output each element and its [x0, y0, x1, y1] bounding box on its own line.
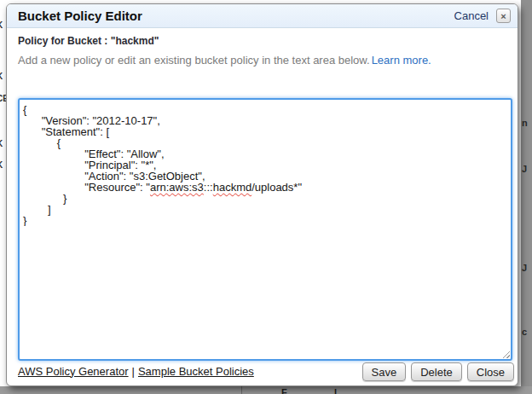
description-text: Add a new policy or edit an existing buc… — [18, 54, 506, 67]
policy-line: "Statement": [ — [23, 126, 511, 137]
footer-links: AWS Policy Generator|Sample Bucket Polic… — [18, 365, 254, 380]
background-table-divider — [241, 386, 242, 394]
close-icon[interactable]: × — [496, 9, 511, 23]
background-text-fragment: K — [0, 160, 3, 170]
background-text-fragment: K — [0, 139, 3, 148]
background-text-fragment: K — [0, 20, 3, 30]
policy-line: } — [23, 193, 511, 204]
background-text-fragment: n — [522, 118, 528, 128]
background-text-fragment: F — [281, 387, 287, 394]
policy-textarea[interactable]: { "Version": "2012-10-17", "Statement": … — [18, 98, 512, 361]
dialog-header: Bucket Policy Editor Cancel × — [7, 4, 518, 28]
save-button[interactable]: Save — [362, 362, 407, 381]
resize-handle-icon[interactable] — [501, 350, 510, 358]
link-separator: | — [132, 365, 135, 378]
background-text-fragment: J — [522, 164, 527, 174]
background-page-right: n J J c — [521, 0, 532, 394]
background-text-fragment: K — [0, 72, 3, 81]
close-button[interactable]: Close — [467, 362, 514, 381]
bucket-policy-editor-dialog: Bucket Policy Editor Cancel × Policy for… — [6, 3, 518, 386]
background-text-fragment: l — [334, 387, 337, 394]
policy-for-bucket-label: Policy for Bucket : "hackmd" — [18, 35, 506, 47]
footer-buttons: Save Delete Close — [362, 362, 514, 381]
sample-bucket-policies-link[interactable]: Sample Bucket Policies — [138, 365, 254, 378]
background-text-fragment: c — [522, 327, 527, 337]
cancel-link[interactable]: Cancel — [454, 9, 489, 22]
background-page-bottom: F l — [0, 386, 532, 394]
background-page-left: K K CE K K — [0, 0, 6, 394]
policy-text: { "Version": "2012-10-17", "Statement": … — [20, 100, 511, 226]
policy-line: } — [23, 215, 511, 226]
background-text-fragment: J — [522, 263, 527, 273]
delete-button[interactable]: Delete — [411, 362, 462, 381]
learn-more-link[interactable]: Learn more. — [372, 54, 431, 67]
description-body: Add a new policy or edit an existing buc… — [18, 54, 370, 67]
dialog-title: Bucket Policy Editor — [18, 9, 454, 23]
dialog-footer: AWS Policy Generator|Sample Bucket Polic… — [18, 362, 514, 381]
aws-policy-generator-link[interactable]: AWS Policy Generator — [18, 365, 129, 378]
policy-line: ] — [23, 204, 511, 215]
policy-line: "Resource": "arn:aws:s3:::hackmd/uploads… — [23, 182, 511, 193]
